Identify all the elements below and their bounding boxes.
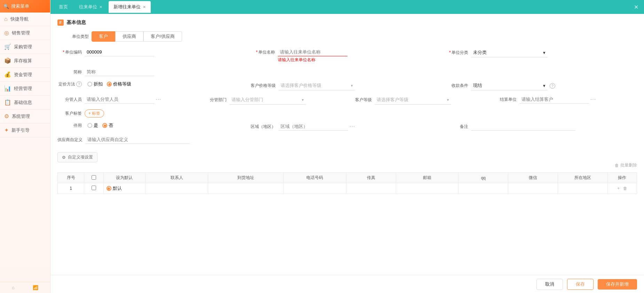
sidebar-item-basic-info[interactable]: 📋 基础信息 [0, 96, 50, 109]
guide-icon: ✦ [4, 127, 9, 133]
tab-new-partner-close[interactable]: ✕ [143, 5, 146, 9]
cell-wechat[interactable] [508, 183, 558, 194]
region-label: 区域（地区） [251, 124, 276, 130]
unit-name-input[interactable] [278, 48, 347, 56]
window-close-button[interactable]: ✕ [634, 4, 638, 10]
finance-icon: 💰 [4, 71, 11, 78]
default-radio-circle [107, 186, 111, 191]
cell-region[interactable] [558, 183, 608, 194]
department-label: 分管部门 [202, 97, 227, 103]
gear-icon: ⚙ [62, 155, 66, 160]
unit-type-label: 单位类型 [64, 34, 89, 40]
sidebar-item-finance[interactable]: 💰 资金管理 [0, 68, 50, 82]
sidebar-item-label: 经营管理 [14, 86, 32, 92]
phone-input[interactable] [301, 186, 329, 191]
main-area: 首页 往来单位 ✕ 新增往来单位 ✕ ✕ F 基本信息 单位类型 客户 供应商 … [50, 0, 644, 293]
customer-level-select[interactable]: 请选择客户等级 ▾ [375, 95, 451, 105]
settlement-more-button[interactable]: ··· [589, 96, 597, 103]
unit-type-supplier-button[interactable]: 供应商 [115, 31, 143, 42]
cancel-button[interactable]: 取消 [536, 279, 563, 290]
unit-category-select[interactable]: 未分类 ▾ [471, 48, 548, 57]
short-name-input[interactable] [85, 68, 154, 76]
email-input[interactable] [413, 186, 441, 191]
save-button[interactable]: 保存 [567, 279, 594, 290]
address-input[interactable] [228, 186, 263, 191]
tab-partner-list[interactable]: 往来单位 ✕ [74, 1, 107, 13]
cell-action: + 🗑 [607, 183, 637, 194]
tab-new-partner-label: 新增往来单位 [113, 4, 141, 10]
cell-contact[interactable] [146, 183, 208, 194]
cell-fax[interactable] [346, 183, 396, 194]
row-add-button[interactable]: + [617, 186, 620, 191]
sidebar-item-label: 基础信息 [14, 99, 32, 106]
cell-address[interactable] [208, 183, 284, 194]
unit-name-label: *单位名称 [251, 49, 275, 55]
qq-input[interactable] [473, 186, 494, 191]
disabled-no-radio[interactable]: 否 [102, 122, 113, 129]
col-email: 邮箱 [396, 173, 458, 183]
row-delete-button[interactable]: 🗑 [623, 186, 627, 191]
custom-settings-button[interactable]: ⚙ 自定义项设置 [57, 152, 97, 162]
region-more-button[interactable]: ··· [348, 123, 356, 130]
sidebar-bottom-icon1[interactable]: ⌂ [12, 285, 15, 290]
sidebar-item-inventory[interactable]: 📦 库存核算 [0, 54, 50, 68]
sidebar-item-new-guide[interactable]: ✦ 新手引导 [0, 123, 50, 137]
contact-input[interactable] [163, 186, 191, 191]
tag-add-button[interactable]: + 标签 [85, 109, 104, 117]
region-input[interactable] [278, 122, 348, 131]
region-col-input[interactable] [572, 186, 593, 191]
short-name-field: 简称 [57, 68, 630, 76]
supplier-custom-input[interactable] [85, 136, 190, 144]
sidebar-item-quick-nav[interactable]: ⌂ 快捷导航 [0, 13, 50, 26]
manager-more-button[interactable]: ··· [154, 96, 163, 103]
col-contact: 联系人 [146, 173, 208, 183]
payment-terms-field: 收款条件 现结 ▾ ? [444, 81, 630, 90]
save-new-button[interactable]: 保存并新增 [598, 279, 637, 290]
fax-input[interactable] [361, 186, 382, 191]
sidebar-item-label: 系统管理 [12, 113, 30, 120]
sidebar-item-purchase-mgmt[interactable]: 🛒 采购管理 [0, 40, 50, 54]
tab-home[interactable]: 首页 [54, 1, 73, 13]
tab-new-partner[interactable]: 新增往来单位 ✕ [109, 1, 151, 13]
customer-price-level-field: 客户价格等级 请选择客户价格等级 ▾ [251, 81, 437, 90]
sidebar-item-sys-mgmt[interactable]: ⚙ 系统管理 [0, 109, 50, 123]
customer-price-level-label: 客户价格等级 [251, 83, 276, 89]
manager-input[interactable] [85, 95, 154, 104]
unit-code-input[interactable] [85, 48, 154, 56]
sidebar-search[interactable]: 🔍 搜索菜单 [0, 0, 50, 13]
cell-email[interactable] [396, 183, 458, 194]
supplier-custom-label: 供应商自定义 [57, 137, 83, 143]
sidebar-item-sales-mgmt[interactable]: ◎ 销售管理 [0, 26, 50, 40]
discount-radio-circle [87, 82, 92, 87]
select-all-checkbox[interactable] [92, 175, 96, 180]
purchase-icon: 🛒 [4, 43, 11, 50]
cell-qq[interactable] [458, 183, 508, 194]
payment-terms-select[interactable]: 现结 ▾ [471, 81, 548, 90]
wechat-input[interactable] [523, 186, 543, 191]
form-row-1: *单位编码 *单位名称 请输入往来单位名称 *单位分类 未分类 [57, 48, 637, 63]
col-address: 到货地址 [208, 173, 284, 183]
disabled-yes-radio[interactable]: 是 [87, 122, 98, 129]
sidebar-item-operations[interactable]: 📊 经营管理 [0, 82, 50, 96]
cell-phone[interactable] [283, 183, 346, 194]
customer-price-level-select[interactable]: 请选择客户价格等级 ▾ [278, 81, 355, 90]
settlement-unit-input[interactable] [519, 95, 589, 104]
default-radio[interactable]: 默认 [107, 185, 143, 192]
pricing-level-radio[interactable]: 价格等级 [107, 81, 131, 87]
col-fax: 传真 [346, 173, 396, 183]
pricing-help-icon[interactable]: ? [76, 81, 82, 87]
unit-type-customer-button[interactable]: 客户 [92, 31, 115, 42]
short-name-label: 简称 [57, 69, 82, 75]
yes-radio-circle [87, 123, 92, 128]
remark-input[interactable] [471, 122, 575, 131]
unit-type-both-button[interactable]: 客户/供应商 [143, 31, 182, 42]
payment-help-icon[interactable]: ? [550, 83, 555, 89]
department-select[interactable]: 请输入分管部门 ▾ [229, 95, 306, 105]
sidebar-bottom-icon2[interactable]: 📶 [33, 285, 38, 290]
tab-partner-list-close[interactable]: ✕ [99, 5, 102, 9]
pricing-discount-radio[interactable]: 折扣 [87, 81, 103, 87]
batch-delete-label[interactable]: 批量删除 [620, 162, 637, 168]
trash-icon: 🗑 [615, 163, 619, 168]
row-checkbox[interactable] [92, 186, 96, 190]
pricing-method-field: 定价方法 ? 折扣 价格等级 [57, 81, 244, 87]
